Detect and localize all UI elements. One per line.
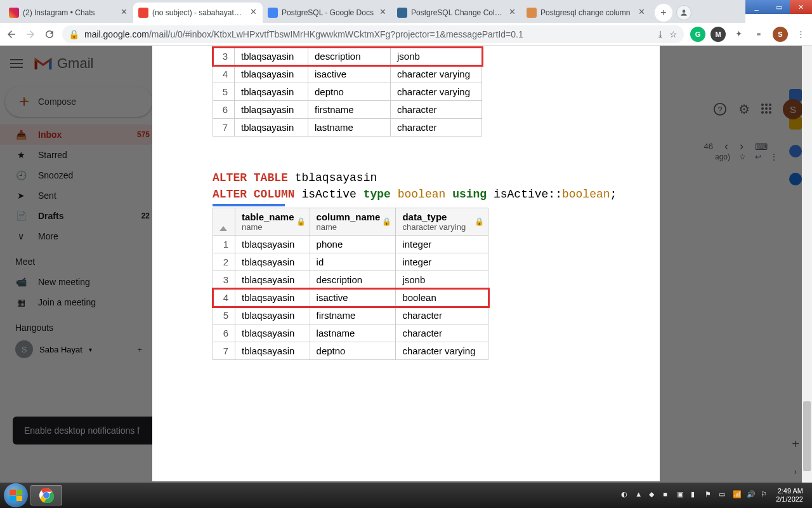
lock-icon: 🔒 [69, 29, 79, 39]
tab-title: PostgreSQL Change Column [411, 8, 504, 17]
column-header[interactable]: data_typecharacter varying🔒 [396, 208, 488, 236]
clock-date: 2/1/2022 [776, 495, 803, 504]
active-tab-indicator [213, 204, 285, 206]
tray-icon[interactable]: ▮ [691, 490, 701, 500]
tray-icon[interactable]: 🔊 [747, 490, 757, 500]
tab-close-icon[interactable]: ✕ [637, 8, 646, 17]
browser-tab[interactable]: PostgreSQL Change Column✕ [392, 3, 521, 23]
table-row: 5tblaqsayasindeptnocharacter varying [213, 83, 482, 101]
window-maximize-button[interactable]: ▭ [768, 0, 790, 14]
clock-time: 2:49 AM [776, 487, 803, 495]
window-close-button[interactable]: ✕ [790, 0, 812, 14]
install-icon[interactable]: ⤓ [657, 29, 664, 39]
tab-close-icon[interactable]: ✕ [378, 8, 387, 17]
window-minimize-button[interactable]: _ [745, 0, 768, 14]
extension-icon[interactable]: ✦ [731, 27, 746, 42]
windows-taskbar: ◐▲◆■▣▮⚑▭📶🔊⚐ 2:49 AM 2/1/2022 [0, 483, 812, 508]
table-row: 4tblaqsayasinisactivecharacter varying [213, 65, 482, 83]
table-after: table_namename🔒column_namename🔒data_type… [213, 208, 488, 360]
browser-tab[interactable]: PostgreSQL - Google Docs✕ [263, 3, 392, 23]
chrome-user-icon[interactable] [676, 5, 691, 20]
tab-favicon [268, 8, 278, 18]
url-field[interactable]: 🔒 mail.google.com/mail/u/0/#inbox/KtbxLw… [62, 25, 684, 43]
table-row: 3tblaqsayasindescriptionjsonb [213, 48, 482, 65]
table-row: 6tblaqsayasinlastnamecharacter [213, 324, 488, 342]
url-text: mail.google.com/mail/u/0/#inbox/KtbxLwHP… [84, 29, 652, 39]
tab-title: PostgreSQL - Google Docs [282, 8, 374, 17]
profile-avatar[interactable]: S [773, 27, 788, 42]
window-controls: _ ▭ ✕ [745, 0, 812, 14]
table-before: 3tblaqsayasindescriptionjsonb4tblaqsayas… [213, 47, 482, 137]
scrollbar[interactable] [802, 46, 812, 483]
lock-icon: 🔒 [382, 217, 391, 226]
table-row: 6tblaqsayasinfirstnamecharacter [213, 101, 482, 119]
tray-icon[interactable]: ⚑ [705, 490, 715, 500]
svg-point-0 [683, 10, 686, 13]
column-header[interactable]: table_namename🔒 [235, 208, 310, 236]
tab-close-icon[interactable]: ✕ [508, 8, 516, 17]
tab-close-icon[interactable]: ✕ [119, 8, 128, 17]
tab-favicon [9, 8, 19, 18]
tray-icon[interactable]: ◆ [649, 490, 659, 500]
extension-icon[interactable]: ≡ [751, 27, 766, 42]
clock[interactable]: 2:49 AM 2/1/2022 [776, 487, 803, 504]
table-row: 2tblaqsayasinidinteger [213, 253, 488, 271]
tab-title: Postgresql change column [540, 8, 633, 17]
table-row: 7tblaqsayasindeptnocharacter varying [213, 342, 488, 360]
tab-favicon [138, 8, 148, 18]
system-tray: ◐▲◆■▣▮⚑▭📶🔊⚐ 2:49 AM 2/1/2022 [621, 487, 808, 504]
extension-icon[interactable]: G [690, 27, 705, 42]
table-row: 5tblaqsayasinfirstnamecharacter [213, 307, 488, 324]
lock-icon: 🔒 [475, 217, 484, 226]
new-tab-button[interactable]: + [655, 4, 672, 22]
tray-icon[interactable]: ▲ [635, 490, 645, 500]
browser-tabstrip: (2) Instagram • Chats✕(no subject) - sab… [0, 0, 745, 23]
tray-icon[interactable]: ▣ [677, 490, 687, 500]
svg-point-4 [43, 492, 49, 498]
forward-button[interactable] [24, 28, 37, 41]
tab-close-icon[interactable]: ✕ [249, 8, 258, 17]
browser-tab[interactable]: (no subject) - sabahayatkha✕ [133, 3, 263, 23]
kebab-menu-icon[interactable]: ⋮ [794, 28, 807, 41]
table-row: 4tblaqsayasinisactiveboolean [213, 289, 488, 307]
tab-favicon [397, 8, 407, 18]
browser-tab[interactable]: (2) Instagram • Chats✕ [4, 3, 133, 23]
start-button[interactable] [4, 483, 28, 507]
bookmark-star-icon[interactable]: ☆ [669, 29, 678, 39]
chrome-taskbar-icon[interactable] [30, 485, 62, 505]
lock-icon: 🔒 [296, 217, 306, 226]
address-bar: 🔒 mail.google.com/mail/u/0/#inbox/KtbxLw… [0, 23, 812, 46]
tab-title: (no subject) - sabahayatkha [152, 8, 245, 17]
tab-title: (2) Instagram • Chats [23, 8, 115, 17]
back-button[interactable] [5, 28, 18, 41]
tray-icon[interactable]: ◐ [621, 490, 631, 500]
sql-code: ALTER TABLE tblaqsayasin ALTER COLUMN is… [213, 170, 660, 203]
tab-favicon [527, 8, 537, 18]
attachment-projector: 3tblaqsayasindescriptionjsonb4tblaqsayas… [152, 46, 660, 481]
reload-button[interactable] [43, 28, 56, 41]
sort-icon[interactable] [219, 226, 227, 231]
browser-tab[interactable]: Postgresql change column✕ [521, 3, 651, 23]
table-row: 1tblaqsayasinphoneinteger [213, 236, 488, 253]
extension-icon[interactable]: M [710, 27, 726, 42]
tray-icon[interactable]: ■ [663, 490, 673, 500]
tray-icon[interactable]: 📶 [733, 490, 743, 500]
column-header[interactable]: column_namename🔒 [310, 208, 396, 236]
tray-icon[interactable]: ⚐ [761, 490, 771, 500]
tray-icon[interactable]: ▭ [719, 490, 729, 500]
table-header-row: table_namename🔒column_namename🔒data_type… [213, 208, 488, 236]
table-row: 3tblaqsayasindescriptionjsonb [213, 271, 488, 289]
table-row: 7tblaqsayasinlastnamecharacter [213, 119, 482, 137]
